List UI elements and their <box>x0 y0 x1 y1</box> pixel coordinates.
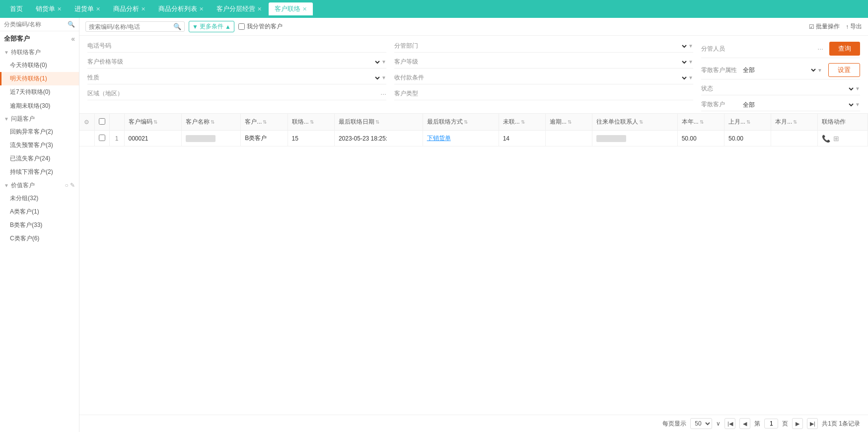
th-last-contact-date[interactable]: 最后联络日期⇅ <box>334 114 423 131</box>
all-customers-header[interactable]: 全部客户 « <box>0 31 79 46</box>
td-code: 000021 <box>124 131 182 146</box>
filter-gender-select[interactable] <box>127 74 381 82</box>
query-button[interactable]: 查询 <box>829 42 860 56</box>
per-page-select[interactable]: 50 <box>690 418 712 429</box>
filter-region: 区域（地区） ··· <box>87 87 386 100</box>
page-label-2: 页 <box>782 420 788 428</box>
sidebar-item-churn-warning[interactable]: 流失预警客户(3) <box>0 139 79 152</box>
sidebar: 🔍 全部客户 « ▼ 待联络客户 今天待联络(0) 明天待联络(1) 近7天待联… <box>0 18 79 432</box>
nav-customer-tier[interactable]: 客户分层经营✕ <box>211 2 268 15</box>
sidebar-item-c-class[interactable]: C类客户(6) <box>0 232 79 245</box>
nav-sales[interactable]: 销货单✕ <box>30 2 68 15</box>
sidebar-search-input[interactable] <box>4 21 66 28</box>
td-this-month <box>771 131 818 146</box>
first-page-button[interactable]: |◀ <box>724 418 735 429</box>
sidebar-group-problem[interactable]: ▼ 问题客户 <box>0 113 79 125</box>
th-contact-person[interactable]: 往来单位联系人⇅ <box>592 114 678 131</box>
grid-icon[interactable]: ⊞ <box>833 135 839 143</box>
filter-gender: 性质 ▼ <box>87 72 386 84</box>
nav-home[interactable]: 首页 <box>4 2 29 15</box>
set-button[interactable]: 设置 <box>828 63 860 77</box>
sidebar-item-churned[interactable]: 已流失客户(24) <box>0 152 79 165</box>
sidebar-item-overdue[interactable]: 逾期未联络(30) <box>0 99 79 113</box>
my-customer-checkbox[interactable] <box>238 23 245 30</box>
close-icon: ✕ <box>257 6 262 12</box>
sidebar-item-b-class[interactable]: B类客户(33) <box>0 218 79 232</box>
th-settings[interactable]: ⚙ <box>79 114 94 131</box>
td-name <box>182 131 241 146</box>
filter-price-level-select[interactable] <box>127 58 381 66</box>
chevron-down-icon: ▼ <box>688 75 693 80</box>
filter-payment: 收付款条件 ▼ <box>394 72 693 84</box>
th-this-month[interactable]: 本月...⇅ <box>771 114 818 131</box>
sidebar-item-a-class[interactable]: A类客户(1) <box>0 205 79 218</box>
th-last-contact-method[interactable]: 最后联络方式⇅ <box>423 114 499 131</box>
more-filter-button[interactable]: ▼ 更多条件 ▲ <box>189 21 234 32</box>
filter-status-select[interactable] <box>741 85 855 93</box>
last-page-button[interactable]: ▶| <box>807 418 818 429</box>
row-checkbox[interactable] <box>99 135 105 141</box>
td-type: B类客户 <box>241 131 288 146</box>
customer-table: ⚙ 客户编码⇅ 客户名称⇅ 客户...⇅ 联络...⇅ 最后联络日期⇅ 最后联络… <box>79 114 868 146</box>
select-all-checkbox[interactable] <box>99 118 105 125</box>
th-overdue[interactable]: 逾期...⇅ <box>545 114 592 131</box>
filter-payment-select[interactable] <box>434 74 688 82</box>
all-customers-label: 全部客户 <box>4 34 30 43</box>
sidebar-item-repurchase[interactable]: 回购异常客户(2) <box>0 125 79 139</box>
td-this-year: 50.00 <box>677 131 724 146</box>
th-last-month[interactable]: 上月...⇅ <box>724 114 771 131</box>
filter-retail-attr-select[interactable]: 全部 <box>741 66 817 74</box>
phone-icon[interactable]: 📞 <box>822 135 830 143</box>
sidebar-item-declining[interactable]: 持续下滑客户(2) <box>0 165 79 179</box>
sidebar-item-7days[interactable]: 近7天待联络(0) <box>0 85 79 99</box>
th-name[interactable]: 客户名称⇅ <box>182 114 241 131</box>
sort-icon: ⇅ <box>521 119 525 125</box>
sidebar-item-ungrouped[interactable]: 未分组(32) <box>0 192 79 205</box>
nav-product-analysis-list[interactable]: 商品分析列表✕ <box>152 2 210 15</box>
search-bar: 🔍 ▼ 更多条件 ▲ 我分管的客户 ☑ 批量操作 ↑ 导出 <box>79 18 868 36</box>
sidebar-item-tomorrow[interactable]: 明天待联络(1) <box>0 72 79 85</box>
sidebar-search-bar[interactable]: 🔍 <box>0 18 79 31</box>
th-contact-count[interactable]: 联络...⇅ <box>288 114 334 131</box>
td-last-contact-method[interactable]: 下销货单 <box>423 131 499 146</box>
filter-status: 状态 ▼ <box>701 82 860 95</box>
th-no-contact[interactable]: 未联...⇅ <box>499 114 545 131</box>
batch-action-button[interactable]: ☑ 批量操作 <box>809 22 840 31</box>
sort-icon: ⇅ <box>153 119 157 125</box>
th-checkbox[interactable] <box>94 114 109 131</box>
collapse-icon: « <box>71 35 75 43</box>
th-code[interactable]: 客户编码⇅ <box>124 114 182 131</box>
more-icon[interactable]: ··· <box>817 45 823 53</box>
page-input[interactable] <box>764 419 778 429</box>
chevron-down-icon: ▼ <box>688 43 693 49</box>
prev-page-button[interactable]: ◀ <box>739 418 750 429</box>
filter-retail-attr: 零散客户属性 全部 ▼ 设置 <box>701 61 860 79</box>
top-nav: 首页 销货单✕ 进货单✕ 商品分析✕ 商品分析列表✕ 客户分层经营✕ 客户联络✕ <box>0 0 868 18</box>
th-type[interactable]: 客户...⇅ <box>241 114 288 131</box>
filter-phone-input[interactable] <box>127 43 386 50</box>
export-button[interactable]: ↑ 导出 <box>846 22 862 31</box>
th-this-year[interactable]: 本年...⇅ <box>677 114 724 131</box>
td-checkbox[interactable] <box>94 131 109 146</box>
sidebar-group-value[interactable]: ▼ 价值客户 ○ ✎ <box>0 179 79 192</box>
filter-customer-level-select[interactable] <box>434 58 688 66</box>
more-icon[interactable]: ··· <box>380 90 386 98</box>
search-input-wrap[interactable]: 🔍 <box>85 21 185 32</box>
sidebar-group-pending[interactable]: ▼ 待联络客户 <box>0 46 79 59</box>
my-customer-checkbox-label[interactable]: 我分管的客户 <box>238 22 283 31</box>
filter-manager: 分管人员 ··· 查询 <box>701 40 860 58</box>
filter-dept-select[interactable] <box>434 42 688 50</box>
nav-customer-contact[interactable]: 客户联络✕ <box>269 2 313 15</box>
close-icon: ✕ <box>57 6 62 12</box>
sort-icon: ⇅ <box>464 119 468 125</box>
nav-purchase[interactable]: 进货单✕ <box>69 2 106 15</box>
td-no-contact: 14 <box>499 131 545 146</box>
export-icon: ↑ <box>846 23 849 30</box>
sort-icon: ⇅ <box>310 119 314 125</box>
search-input[interactable] <box>89 23 173 30</box>
next-page-button[interactable]: ▶ <box>792 418 803 429</box>
sidebar-item-today[interactable]: 今天待联络(0) <box>0 59 79 72</box>
contact-method-link[interactable]: 下销货单 <box>427 135 451 142</box>
nav-product-analysis[interactable]: 商品分析✕ <box>107 2 151 15</box>
filter-retail-customer-select[interactable]: 全部 <box>741 101 855 109</box>
